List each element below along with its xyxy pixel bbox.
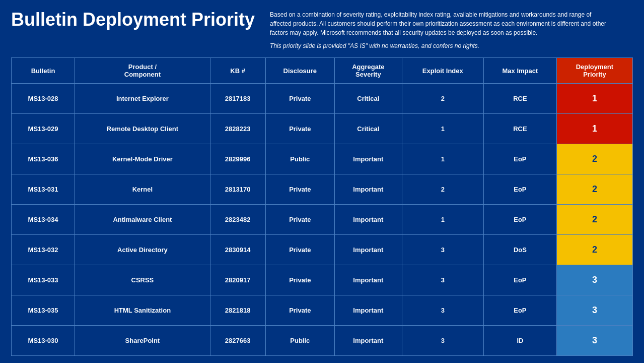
cell-disclosure: Private bbox=[265, 84, 334, 114]
cell-kb: 2827663 bbox=[210, 326, 265, 356]
page-title: Bulletin Deployment Priority bbox=[11, 9, 270, 30]
cell-kb: 2823482 bbox=[210, 205, 265, 235]
cell-kb: 2813170 bbox=[210, 174, 265, 205]
cell-impact: EoP bbox=[483, 295, 556, 326]
cell-priority: 3 bbox=[556, 295, 632, 326]
table-row: MS13-031Kernel2813170PrivateImportant2Eo… bbox=[12, 174, 633, 205]
cell-bulletin: MS13-029 bbox=[12, 114, 75, 144]
cell-impact: RCE bbox=[483, 114, 556, 144]
table-row: MS13-028Internet Explorer2817183PrivateC… bbox=[12, 84, 633, 114]
cell-kb: 2830914 bbox=[210, 235, 265, 265]
col-header-severity: AggregateSeverity bbox=[335, 58, 402, 84]
cell-severity: Critical bbox=[335, 114, 402, 144]
cell-exploit: 3 bbox=[402, 326, 483, 356]
cell-exploit: 1 bbox=[402, 144, 483, 174]
header-section: Bulletin Deployment Priority Based on a … bbox=[11, 9, 633, 50]
cell-priority: 2 bbox=[556, 174, 632, 205]
cell-severity: Important bbox=[335, 235, 402, 265]
cell-exploit: 1 bbox=[402, 114, 483, 144]
cell-disclosure: Public bbox=[265, 326, 334, 356]
col-header-priority: DeploymentPriority bbox=[556, 58, 632, 84]
cell-impact: EoP bbox=[483, 205, 556, 235]
cell-product: Kernel-Mode Driver bbox=[75, 144, 210, 174]
cell-disclosure: Private bbox=[265, 265, 334, 295]
col-header-impact: Max Impact bbox=[483, 58, 556, 84]
cell-bulletin: MS13-032 bbox=[12, 235, 75, 265]
table-row: MS13-032Active Directory2830914PrivateIm… bbox=[12, 235, 633, 265]
cell-disclosure: Private bbox=[265, 295, 334, 326]
col-header-product: Product /Component bbox=[75, 58, 210, 84]
table-row: MS13-034Antimalware Client2823482Private… bbox=[12, 205, 633, 235]
cell-bulletin: MS13-035 bbox=[12, 295, 75, 326]
cell-kb: 2828223 bbox=[210, 114, 265, 144]
cell-product: Active Directory bbox=[75, 235, 210, 265]
table-row: MS13-035HTML Sanitization2821818PrivateI… bbox=[12, 295, 633, 326]
table-row: MS13-033CSRSS2820917PrivateImportant3EoP… bbox=[12, 265, 633, 295]
cell-product: Remote Desktop Client bbox=[75, 114, 210, 144]
cell-bulletin: MS13-030 bbox=[12, 326, 75, 356]
cell-priority: 1 bbox=[556, 84, 632, 114]
cell-severity: Important bbox=[335, 205, 402, 235]
cell-disclosure: Private bbox=[265, 205, 334, 235]
cell-product: Kernel bbox=[75, 174, 210, 205]
cell-kb: 2817183 bbox=[210, 84, 265, 114]
cell-product: CSRSS bbox=[75, 265, 210, 295]
cell-priority: 2 bbox=[556, 144, 632, 174]
description-text: Based on a combination of severity ratin… bbox=[270, 11, 606, 36]
cell-kb: 2821818 bbox=[210, 295, 265, 326]
cell-impact: DoS bbox=[483, 235, 556, 265]
cell-exploit: 1 bbox=[402, 205, 483, 235]
bulletin-table: Bulletin Product /Component KB # Disclos… bbox=[11, 57, 633, 356]
cell-exploit: 3 bbox=[402, 235, 483, 265]
cell-impact: EoP bbox=[483, 174, 556, 205]
cell-product: Antimalware Client bbox=[75, 205, 210, 235]
cell-bulletin: MS13-036 bbox=[12, 144, 75, 174]
cell-bulletin: MS13-031 bbox=[12, 174, 75, 205]
cell-severity: Important bbox=[335, 144, 402, 174]
col-header-disclosure: Disclosure bbox=[265, 58, 334, 84]
cell-disclosure: Private bbox=[265, 174, 334, 205]
cell-exploit: 3 bbox=[402, 265, 483, 295]
cell-priority: 2 bbox=[556, 205, 632, 235]
cell-product: HTML Sanitization bbox=[75, 295, 210, 326]
cell-impact: EoP bbox=[483, 144, 556, 174]
cell-priority: 3 bbox=[556, 326, 632, 356]
cell-severity: Important bbox=[335, 295, 402, 326]
cell-impact: ID bbox=[483, 326, 556, 356]
cell-severity: Important bbox=[335, 174, 402, 205]
cell-impact: RCE bbox=[483, 84, 556, 114]
disclaimer-text: This priority slide is provided "AS IS" … bbox=[270, 41, 612, 50]
cell-product: SharePoint bbox=[75, 326, 210, 356]
cell-priority: 1 bbox=[556, 114, 632, 144]
cell-kb: 2829996 bbox=[210, 144, 265, 174]
cell-bulletin: MS13-033 bbox=[12, 265, 75, 295]
cell-exploit: 3 bbox=[402, 295, 483, 326]
cell-disclosure: Private bbox=[265, 235, 334, 265]
cell-priority: 3 bbox=[556, 265, 632, 295]
table-row: MS13-030SharePoint2827663PublicImportant… bbox=[12, 326, 633, 356]
cell-disclosure: Private bbox=[265, 114, 334, 144]
cell-bulletin: MS13-034 bbox=[12, 205, 75, 235]
cell-kb: 2820917 bbox=[210, 265, 265, 295]
cell-exploit: 2 bbox=[402, 84, 483, 114]
page-wrapper: Bulletin Deployment Priority Based on a … bbox=[0, 0, 644, 363]
table-row: MS13-036Kernel-Mode Driver2829996PublicI… bbox=[12, 144, 633, 174]
cell-priority: 2 bbox=[556, 235, 632, 265]
table-header-row: Bulletin Product /Component KB # Disclos… bbox=[12, 58, 633, 84]
table-row: MS13-029Remote Desktop Client2828223Priv… bbox=[12, 114, 633, 144]
cell-severity: Important bbox=[335, 265, 402, 295]
cell-exploit: 2 bbox=[402, 174, 483, 205]
cell-severity: Critical bbox=[335, 84, 402, 114]
col-header-exploit: Exploit Index bbox=[402, 58, 483, 84]
header-description: Based on a combination of severity ratin… bbox=[270, 9, 612, 50]
cell-severity: Important bbox=[335, 326, 402, 356]
cell-bulletin: MS13-028 bbox=[12, 84, 75, 114]
cell-disclosure: Public bbox=[265, 144, 334, 174]
col-header-kb: KB # bbox=[210, 58, 265, 84]
col-header-bulletin: Bulletin bbox=[12, 58, 75, 84]
cell-impact: EoP bbox=[483, 265, 556, 295]
cell-product: Internet Explorer bbox=[75, 84, 210, 114]
